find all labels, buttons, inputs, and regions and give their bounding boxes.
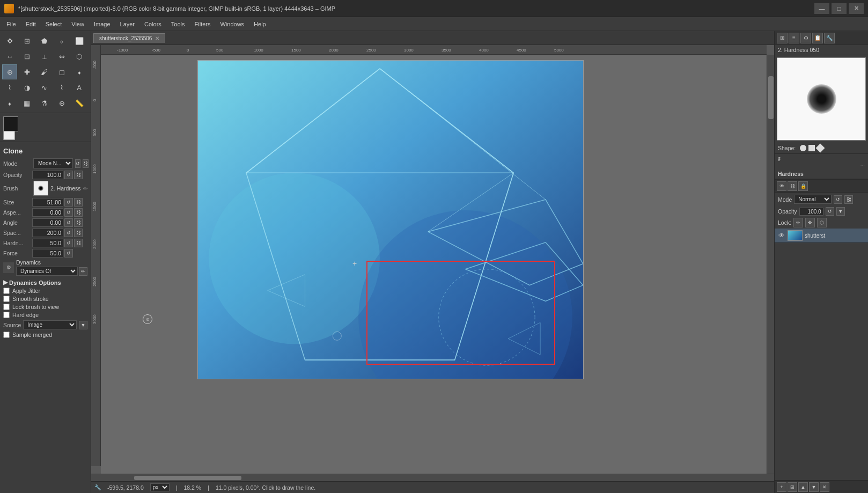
menu-image[interactable]: Image [90, 19, 115, 29]
opacity-chain-btn[interactable]: ⛓ [74, 171, 83, 179]
crop-tool-btn[interactable]: ⊡ [19, 49, 34, 64]
menu-filters[interactable]: Filters [190, 19, 215, 29]
source-expand-btn[interactable]: ▼ [79, 321, 87, 329]
canvas-tab[interactable]: shutterstock_2535506 ✕ [93, 33, 165, 43]
dynamics-edit-btn[interactable]: ✏ [79, 267, 87, 276]
transform-tool-btn[interactable]: ↔ [2, 49, 17, 64]
bucket-fill-btn[interactable]: ⬧ [2, 95, 17, 111]
force-reset-btn[interactable]: ↺ [64, 249, 73, 257]
smooth-stroke-checkbox[interactable] [3, 296, 10, 302]
layers-mode-chain-btn[interactable]: ⛓ [844, 195, 853, 204]
eraser-btn[interactable]: ◻ [54, 64, 69, 79]
hard-edge-checkbox[interactable] [3, 312, 10, 318]
menu-tools[interactable]: Tools [167, 19, 189, 29]
opacity-input[interactable] [32, 171, 63, 179]
lasso-tool-btn[interactable]: ⬟ [37, 33, 52, 48]
lock-brush-checkbox[interactable] [3, 304, 10, 310]
layers-mode-reset-btn[interactable]: ↺ [834, 195, 842, 204]
layers-opacity-input[interactable] [799, 208, 823, 216]
lock-paint-btn[interactable]: ✏ [793, 218, 803, 227]
size-reset-btn[interactable]: ↺ [64, 198, 73, 207]
layers-delete-btn[interactable]: ✕ [820, 482, 829, 492]
menu-select[interactable]: Select [41, 19, 67, 29]
layers-mode-select[interactable]: Normal Multiply Screen [794, 195, 832, 204]
heal-tool-btn[interactable]: ✚ [19, 64, 34, 79]
text-btn[interactable]: A [72, 80, 87, 95]
perspective-btn[interactable]: ⟂ [37, 49, 52, 64]
scrollbar-vertical[interactable] [767, 55, 774, 474]
menu-help[interactable]: Help [249, 19, 270, 29]
menu-view[interactable]: View [67, 19, 89, 29]
canvas-viewport[interactable]: + ⊙ [101, 55, 767, 474]
lock-alpha-btn[interactable]: ⬡ [817, 218, 827, 227]
fuzzy-select-btn[interactable]: ⬦ [54, 33, 69, 48]
scrollbar-thumb-v[interactable] [768, 76, 774, 119]
rect-select-btn[interactable]: ⬜ [72, 33, 87, 48]
menu-layer[interactable]: Layer [116, 19, 139, 29]
brushes-delete-btn[interactable]: 🔧 [824, 33, 835, 43]
brushes-options-btn[interactable]: ⚙ [800, 33, 811, 43]
size-input[interactable] [32, 198, 63, 207]
menu-colors[interactable]: Colors [140, 19, 166, 29]
mode-select[interactable]: Mode N... Normal Multiply [33, 158, 73, 168]
shape-square-btn[interactable] [808, 145, 815, 151]
scrollbar-thumb-h[interactable] [134, 476, 241, 480]
layers-link-btn[interactable]: ⛓ [788, 181, 797, 191]
shape-diamond-btn[interactable] [816, 144, 825, 153]
apply-jitter-checkbox[interactable] [3, 288, 10, 294]
layers-opacity-expand-btn[interactable]: ▼ [836, 207, 845, 216]
aspect-reset-btn[interactable]: ↺ [64, 208, 73, 217]
size-chain-btn[interactable]: ⛓ [74, 198, 83, 207]
sample-merged-checkbox[interactable] [3, 332, 10, 338]
opacity-reset-btn[interactable]: ↺ [64, 171, 73, 179]
eyedropper-btn[interactable]: ⚗ [37, 95, 52, 111]
hardness-chain-btn[interactable]: ⛓ [74, 239, 83, 247]
layers-eye-btn[interactable]: 👁 [777, 181, 786, 191]
dynamics-options-header[interactable]: ▶ Dynamics Options [3, 279, 87, 286]
flip-btn[interactable]: ⇔ [54, 49, 69, 64]
spacing-reset-btn[interactable]: ↺ [64, 229, 73, 237]
brush-preview[interactable] [33, 181, 48, 196]
shape-circle-btn[interactable] [800, 145, 806, 151]
angle-input[interactable] [32, 218, 63, 227]
mode-reset-btn[interactable]: ↺ [75, 159, 80, 168]
gradient-btn[interactable]: ▦ [19, 95, 34, 111]
hardness-reset-btn[interactable]: ↺ [64, 239, 73, 247]
layer-visibility-btn[interactable]: 👁 [778, 232, 785, 239]
force-input[interactable] [32, 249, 63, 257]
path-btn[interactable]: ⌇ [54, 80, 69, 95]
tab-close-icon[interactable]: ✕ [155, 35, 159, 41]
brush-edit-btn[interactable]: ✏ [83, 186, 87, 192]
unit-select[interactable]: px mm in [150, 483, 170, 491]
aspect-input[interactable] [32, 208, 63, 217]
angle-reset-btn[interactable]: ↺ [64, 218, 73, 227]
clone-tool-btn[interactable]: ⊕ [2, 64, 17, 79]
brushes-new-btn[interactable]: 📋 [812, 33, 823, 43]
brushes-list-btn[interactable]: ≡ [789, 33, 799, 43]
lock-move-btn[interactable]: ✥ [805, 218, 815, 227]
airbrush-btn[interactable]: ⬧ [72, 64, 87, 79]
zoom-btn[interactable]: ⊕ [54, 95, 69, 111]
close-button[interactable]: ✕ [849, 3, 864, 14]
layers-opacity-reset-btn[interactable]: ↺ [826, 207, 834, 216]
hardness-input[interactable] [32, 239, 63, 247]
mode-chain-btn[interactable]: ⛓ [83, 159, 89, 168]
maximize-button[interactable]: □ [832, 3, 847, 14]
spacing-chain-btn[interactable]: ⛓ [74, 229, 83, 237]
angle-chain-btn[interactable]: ⛓ [74, 218, 83, 227]
dynamics-select[interactable]: Dynamics Of Dynamics On [16, 267, 78, 276]
ink-btn[interactable]: ⌇ [2, 80, 17, 95]
measure-btn[interactable]: 📏 [72, 95, 87, 111]
source-select[interactable]: Image Pattern [23, 320, 77, 329]
minimize-button[interactable]: — [814, 3, 829, 14]
spacing-input[interactable] [32, 229, 63, 237]
menu-windows[interactable]: Windows [216, 19, 248, 29]
scrollbar-horizontal[interactable] [91, 474, 774, 481]
layers-down-btn[interactable]: ▼ [809, 482, 819, 492]
foreground-color-swatch[interactable] [3, 116, 18, 131]
move-tool-btn[interactable]: ✥ [2, 33, 17, 48]
paintbrush-btn[interactable]: 🖌 [37, 64, 52, 79]
dodge-btn[interactable]: ◑ [19, 80, 34, 95]
brushes-grid-btn[interactable]: ⊞ [777, 33, 788, 43]
layers-add-btn[interactable]: + [777, 482, 786, 492]
